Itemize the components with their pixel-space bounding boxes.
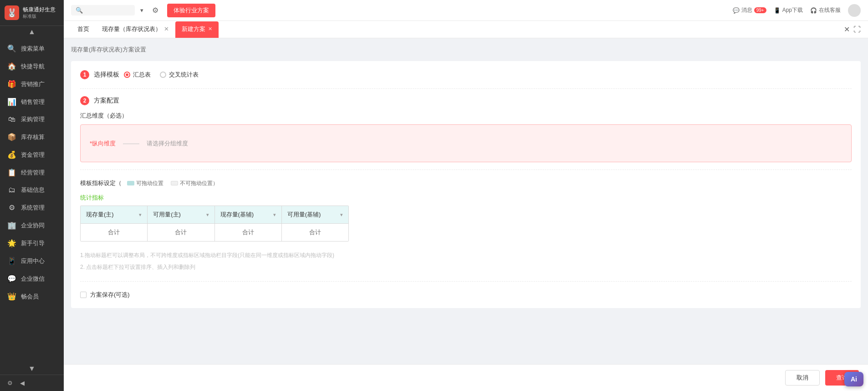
tip-0: 1.拖动标题栏可以调整布局，不可跨维度或指标区域拖动栏目字段(只能在同一维度或指… [80,251,852,261]
tab-inventory[interactable]: 现存量（库存状况表） ✕ [96,21,175,38]
col-header-label-2: 现存量(基辅) [220,211,254,219]
message-badge: 99+ [754,7,766,13]
radio-cross-dot [160,72,166,78]
col-header-3[interactable]: 可用量(基辅) ▾ [282,206,348,223]
message-label: 消息 [741,6,752,14]
sidebar-item-label: 营销推广 [21,80,45,88]
radio-summary-table[interactable]: 汇总表 [124,71,151,79]
sidebar-item-label: 基础信息 [21,186,45,194]
app-download-button[interactable]: 📱 App下载 [774,6,803,14]
sales-icon: 📊 [7,98,16,106]
sidebar-item-label: 新手引导 [21,239,45,247]
col-body-0: 合计 [81,224,148,241]
online-service-button[interactable]: 🎧 在线客服 [810,6,841,14]
step1-badge: 1 [80,70,89,79]
tab-new-plan[interactable]: 新建方案 ✕ [175,21,219,38]
col-chevron-3[interactable]: ▾ [340,212,343,218]
sidebar-item-basic-info[interactable]: 🗂 基础信息 [0,181,64,199]
radio-summary-dot [124,72,130,78]
gift-icon: 🎁 [7,80,16,88]
close-tab-icon[interactable]: ✕ [844,25,850,34]
tab-home[interactable]: 首页 [71,21,96,38]
expand-tab-icon[interactable]: ⛶ [853,26,861,34]
step1-header: 1 选择模板 汇总表 交叉统计表 [80,70,852,79]
col-header-0[interactable]: 现存量(主) ▾ [81,206,148,223]
stats-table-section: 统计指标 现存量(主) ▾ 可用量(主) ▾ [80,194,852,242]
cancel-button[interactable]: 取消 [785,370,820,386]
indicator-settings: 模板指标设定（ 可拖动位置 不可拖动位置） [80,179,852,187]
sidebar-item-label: 资金管理 [21,151,45,159]
save-checkbox[interactable] [80,292,87,298]
radio-summary-label: 汇总表 [133,71,151,79]
sidebar-item-operations[interactable]: 📋 经营管理 [0,164,64,181]
trial-industry-button[interactable]: 体验行业方案 [167,4,215,17]
sidebar-item-member[interactable]: 👑 畅会员 [0,288,64,305]
member-icon: 👑 [7,292,16,301]
sidebar-item-sales[interactable]: 📊 销售管理 [0,93,64,111]
search-box[interactable]: 🔍 [71,5,135,15]
sidebar: 🐰 畅康通好生意 标准版 ▲ 🔍 搜索菜单 🏠 快捷导航 🎁 营销推广 📊 销售… [0,0,64,391]
radio-cross-table[interactable]: 交叉统计表 [160,71,199,79]
sidebar-item-search-menu[interactable]: 🔍 搜索菜单 [0,40,64,57]
sidebar-item-finance[interactable]: 💰 资金管理 [0,146,64,164]
chevron-down-icon[interactable]: ▾ [140,7,143,14]
tabs-actions: ✕ ⛶ [844,25,861,34]
message-icon: 💬 [733,7,740,14]
indicator-settings-label: 模板指标设定（ 可拖动位置 不可拖动位置） [80,179,852,187]
message-button[interactable]: 💬 消息 99+ [733,6,766,14]
ai-fab-button[interactable]: Ai [844,372,863,386]
legend-draggable: 可拖动位置 [127,180,163,187]
app-download-label: App下载 [782,6,803,14]
step1-title: 选择模板 [94,71,119,79]
dimension-box[interactable]: *纵向维度 —— 请选择分组维度 [80,124,852,162]
sidebar-item-label: 企业微信 [21,275,45,283]
col-header-1[interactable]: 可用量(主) ▾ [148,206,214,223]
sidebar-item-app-center[interactable]: 📱 应用中心 [0,252,64,270]
sidebar-item-purchase[interactable]: 🛍 采购管理 [0,111,64,128]
legend-non-draggable: 不可拖动位置） [171,180,218,187]
search-icon: 🔍 [76,7,83,14]
sidebar-item-newbie[interactable]: 🌟 新手引导 [0,234,64,252]
col-chevron-2[interactable]: ▾ [273,212,276,218]
save-checkbox-section: 方案保存(可选) [80,291,852,299]
sidebar-scroll-up[interactable]: ▲ [0,26,64,38]
tips-section: 1.拖动标题栏可以调整布局，不可跨维度或指标区域拖动栏目字段(只能在同一维度或指… [80,251,852,272]
settings-card: 1 选择模板 汇总表 交叉统计表 [71,61,861,308]
col-chevron-1[interactable]: ▾ [206,212,209,218]
step-divider [80,88,852,89]
search-icon: 🔍 [7,44,16,53]
tab-inventory-close-icon[interactable]: ✕ [164,26,169,32]
sidebar-item-system[interactable]: ⚙ 系统管理 [0,199,64,216]
sidebar-item-inventory[interactable]: 📦 库存核算 [0,128,64,146]
col-sub-label-1: 合计 [175,228,187,237]
sidebar-item-label: 经营管理 [21,169,45,177]
radio-cross-label: 交叉统计表 [169,71,199,79]
bottom-bar: 取消 查询 [64,364,868,391]
sidebar-item-enterprise-wechat[interactable]: 💬 企业微信 [0,270,64,288]
tab-new-plan-close-icon[interactable]: ✕ [208,26,212,32]
content-area: 现存量(库存状况表)方案设置 1 选择模板 汇总表 交叉统计表 [64,38,868,364]
search-input[interactable] [86,7,130,14]
stats-table-body: 合计 合计 合计 合计 [81,223,348,241]
step2-title: 方案配置 [94,97,119,105]
summary-dimension-label: 汇总维度（必选） [80,112,852,120]
col-sub-label-2: 合计 [242,228,254,237]
col-header-2[interactable]: 现存量(基辅) ▾ [215,206,282,223]
sidebar-scroll-down[interactable]: ▼ [0,363,64,375]
user-avatar[interactable] [848,4,861,17]
sidebar-item-marketing[interactable]: 🎁 营销推广 [0,75,64,93]
topbar-settings-button[interactable]: ⚙ [149,4,162,17]
sidebar-item-enterprise[interactable]: 🏢 企业协同 [0,216,64,234]
col-chevron-0[interactable]: ▾ [139,212,142,218]
sidebar-collapse-icon[interactable]: ◀ [20,380,25,386]
brand-logo: 🐰 [5,5,19,20]
col-body-2: 合计 [215,224,282,241]
legend-non-draggable-label: 不可拖动位置） [180,180,218,187]
stats-table-header: 现存量(主) ▾ 可用量(主) ▾ 现存量(基辅) ▾ [81,206,348,223]
sidebar-item-label: 销售管理 [21,98,45,106]
app-center-icon: 📱 [7,257,16,265]
newbie-icon: 🌟 [7,239,16,247]
sidebar-settings-icon[interactable]: ⚙ [7,380,13,386]
main-area: 🔍 ▾ ⚙ 体验行业方案 💬 消息 99+ 📱 App下载 🎧 在线客服 [64,0,868,391]
sidebar-item-quick-nav[interactable]: 🏠 快捷导航 [0,57,64,75]
